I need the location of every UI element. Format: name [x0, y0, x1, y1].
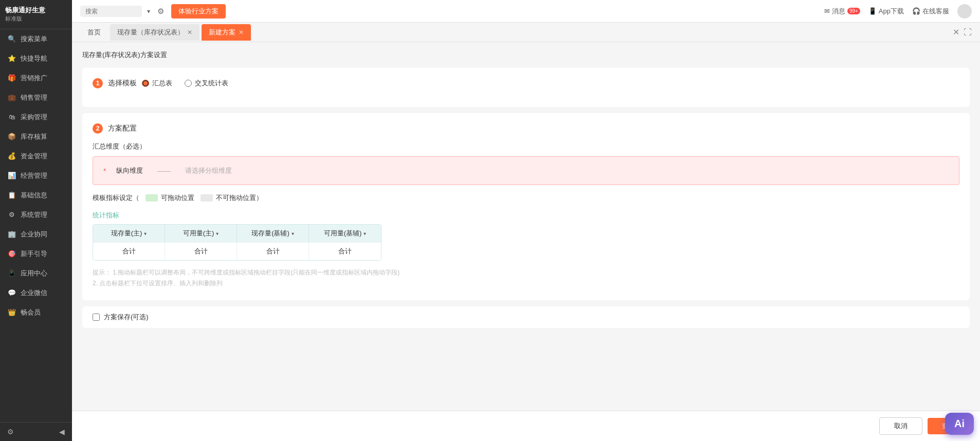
sidebar-item-purchase[interactable]: 🛍 采购管理	[0, 107, 72, 127]
tip-1: 2. 点击标题栏下拉可设置排序、插入列和删除列	[93, 279, 959, 288]
finance-icon: 💰	[7, 152, 16, 161]
sidebar-item-system[interactable]: ⚙ 系统管理	[0, 205, 72, 225]
movable-box	[146, 194, 158, 201]
tab-inventory-close-icon[interactable]: ✕	[187, 29, 192, 35]
user-avatar[interactable]	[957, 4, 972, 19]
company-label: 企业协同	[21, 230, 47, 239]
sidebar-item-quick-nav[interactable]: ⭐ 快捷导航	[0, 49, 72, 68]
message-badge: 99+	[847, 8, 860, 14]
stats-cell-2: 合计	[237, 243, 309, 260]
inventory-label: 库存核算	[21, 132, 47, 141]
step2-badge: 2	[93, 123, 103, 134]
stats-header-1[interactable]: 可用量(主)▾	[165, 225, 237, 242]
quick-nav-icon: ⭐	[7, 54, 16, 63]
radio-crosstab-input[interactable]	[185, 80, 192, 87]
company-icon: 🏢	[7, 230, 16, 239]
stats-cell-0: 合计	[93, 243, 165, 260]
main-panel: ▾ ⚙ 体验行业方案 ✉ 消息 99+ 📱 App下载 🎧 在线客服 首页	[72, 0, 980, 441]
radio-summary-input[interactable]	[142, 80, 149, 87]
footer: 取消 查询	[72, 411, 980, 441]
stats-cell-3: 合计	[309, 243, 381, 260]
sidebar-footer: ⚙ ◀	[0, 422, 72, 441]
sidebar-item-vip-member[interactable]: 👑 畅会员	[0, 303, 72, 322]
marketing-label: 营销推广	[21, 74, 47, 83]
stats-header-3[interactable]: 可用量(基辅)▾	[309, 225, 381, 242]
required-star: *	[103, 167, 106, 175]
chevron-down-icon: ▾	[144, 231, 147, 236]
expand-panel-icon[interactable]: ⛶	[964, 28, 972, 37]
sidebar-item-marketing[interactable]: 🎁 营销推广	[0, 68, 72, 88]
fixed-box	[201, 194, 213, 201]
purchase-label: 采购管理	[21, 113, 47, 122]
customer-service-button[interactable]: 🎧 在线客服	[912, 7, 949, 16]
radio-summary-text: 汇总表	[152, 79, 172, 88]
movable-label: 可拖动位置	[161, 193, 194, 203]
vip-member-icon: 👑	[7, 308, 16, 317]
save-checkbox[interactable]	[93, 314, 100, 321]
sales-icon: 💼	[7, 93, 16, 102]
collapse-icon[interactable]: ◀	[59, 428, 65, 436]
stats-header-2[interactable]: 现存量(基辅)▾	[237, 225, 309, 242]
stats-header-0[interactable]: 现存量(主)▾	[93, 225, 165, 242]
sidebar-logo: 畅康通好生意 标准版	[0, 0, 72, 29]
tab-new-plan[interactable]: 新建方案 ✕	[202, 24, 251, 41]
customer-service-label: 在线客服	[922, 7, 949, 16]
step1-badge: 1	[93, 78, 103, 88]
gear-icon[interactable]: ⚙	[157, 7, 164, 16]
content-area: 现存量(库存状况表)方案设置 1 选择模板 汇总表 交叉统计表	[72, 42, 980, 411]
sidebar-nav: 🔍 搜索菜单 ⭐ 快捷导航 🎁 营销推广 💼 销售管理 🛍 采购管理 📦 库存核…	[0, 29, 72, 422]
phone-icon: 📱	[868, 7, 877, 15]
enterprise-wechat-label: 企业微信	[21, 288, 47, 298]
industry-plan-button[interactable]: 体验行业方案	[171, 4, 226, 19]
required-label: 汇总维度（必选）	[93, 142, 959, 151]
sidebar-item-basic-info[interactable]: 📋 基础信息	[0, 186, 72, 205]
tab-new-plan-close-icon[interactable]: ✕	[239, 29, 244, 35]
tab-inventory-status[interactable]: 现存量（库存状况表） ✕	[110, 24, 199, 41]
tabs-actions: ✕ ⛶	[953, 27, 972, 37]
app-download-button[interactable]: 📱 App下载	[868, 7, 904, 16]
movable-indicator: 可拖动位置	[146, 193, 194, 203]
sidebar-item-sales[interactable]: 💼 销售管理	[0, 88, 72, 107]
enterprise-wechat-icon: 💬	[7, 288, 16, 298]
vip-member-label: 畅会员	[21, 308, 41, 317]
sidebar: 畅康通好生意 标准版 🔍 搜索菜单 ⭐ 快捷导航 🎁 营销推广 💼 销售管理 🛍…	[0, 0, 72, 441]
search-input[interactable]	[80, 6, 142, 17]
radio-summary-label[interactable]: 汇总表	[142, 79, 172, 88]
template-indicator: 模板指标设定（ 可拖动位置 不可拖动位置）	[93, 193, 959, 203]
system-icon: ⚙	[7, 210, 16, 219]
sidebar-item-operations[interactable]: 📊 经营管理	[0, 166, 72, 186]
sidebar-item-company[interactable]: 🏢 企业协同	[0, 225, 72, 244]
sidebar-item-finance[interactable]: 💰 资金管理	[0, 146, 72, 166]
stats-cell-1: 合计	[165, 243, 237, 260]
cancel-button[interactable]: 取消	[879, 417, 922, 435]
sidebar-item-enterprise-wechat[interactable]: 💬 企业微信	[0, 283, 72, 303]
chevron-down-icon: ▾	[292, 231, 294, 236]
marketing-icon: 🎁	[7, 74, 16, 83]
ai-bubble-button[interactable]: Ai	[945, 413, 974, 435]
sidebar-item-app-center[interactable]: 📱 应用中心	[0, 264, 72, 283]
step2-header: 2 方案配置	[93, 123, 959, 134]
chevron-down-icon: ▾	[216, 231, 219, 236]
tab-home[interactable]: 首页	[80, 24, 108, 41]
stats-header-label-0: 现存量(主)	[111, 229, 142, 238]
sidebar-item-inventory[interactable]: 📦 库存核算	[0, 127, 72, 146]
sidebar-item-new-guide[interactable]: 🎯 新手引导	[0, 244, 72, 264]
operations-icon: 📊	[7, 171, 16, 180]
dropdown-button[interactable]: ▾	[147, 8, 150, 15]
step2-title: 方案配置	[108, 124, 137, 133]
search-menu-label: 搜索菜单	[21, 34, 47, 44]
search-menu-icon: 🔍	[7, 34, 16, 44]
radio-crosstab-label[interactable]: 交叉统计表	[185, 79, 228, 88]
new-guide-label: 新手引导	[21, 249, 47, 259]
finance-label: 资金管理	[21, 152, 47, 161]
vertical-dimension-row[interactable]: * 纵向维度 —— 请选择分组维度	[93, 156, 959, 185]
fixed-indicator: 不可拖动位置）	[201, 193, 263, 203]
message-button[interactable]: ✉ 消息 99+	[824, 7, 860, 16]
tab-new-plan-label: 新建方案	[209, 28, 235, 37]
close-panel-icon[interactable]: ✕	[953, 27, 959, 37]
sidebar-item-search-menu[interactable]: 🔍 搜索菜单	[0, 29, 72, 49]
fixed-label: 不可拖动位置）	[216, 193, 263, 203]
settings-icon[interactable]: ⚙	[7, 428, 14, 436]
radio-crosstab-text: 交叉统计表	[195, 79, 228, 88]
app-subtitle: 标准版	[5, 15, 67, 23]
